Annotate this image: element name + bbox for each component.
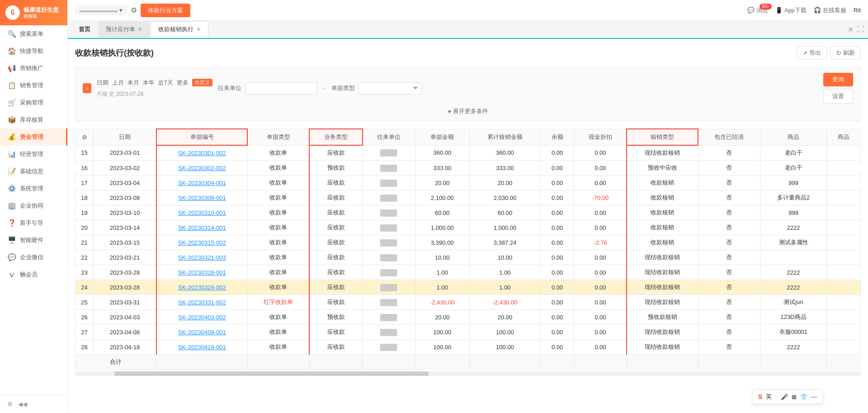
sidebar-item-vip[interactable]: V畅会员 xyxy=(0,266,67,283)
cell-order-no[interactable]: SK-20230328-002 xyxy=(156,280,247,295)
cell-order-no[interactable]: SK-20230314-001 xyxy=(156,220,247,235)
th-product2[interactable]: 商品 xyxy=(827,129,861,145)
table-row[interactable]: 162023-03-02SK-20230302-002收款单预收款████333… xyxy=(75,161,861,176)
ime-lang[interactable]: 英 xyxy=(766,393,772,401)
cell-order-no[interactable]: SK-20230418-001 xyxy=(156,340,247,355)
cell-order-no[interactable]: SK-20230408-001 xyxy=(156,325,247,340)
date-link-this-month[interactable]: 本月 xyxy=(127,79,139,87)
cell-order-no[interactable]: SK-20230403-002 xyxy=(156,310,247,325)
date-link-this-year[interactable]: 本年 xyxy=(143,79,155,87)
sidebar-item-sales[interactable]: 📋销售管理 xyxy=(0,77,67,94)
cell-order-no[interactable]: SK-20230302-002 xyxy=(156,161,247,176)
order-link[interactable]: SK-20230315-002 xyxy=(178,239,226,246)
ime-shirt[interactable]: 👕 xyxy=(800,394,807,400)
order-link[interactable]: SK-20230301-002 xyxy=(178,150,226,157)
export-button[interactable]: ↗ 导出 xyxy=(797,46,827,60)
tab-close-all-icon[interactable]: ✕ xyxy=(848,25,854,34)
th-counterparty[interactable]: 往来单位 xyxy=(363,129,415,145)
table-row[interactable]: 182023-03-08SK-20230308-001收款单应收款████2,1… xyxy=(75,190,861,205)
table-row[interactable]: 232023-03-28SK-20230328-001收款单应收款████1.0… xyxy=(75,265,861,280)
table-row[interactable]: 262023-04-03SK-20230403-002收款单预收款████20.… xyxy=(75,310,861,325)
th-gear[interactable]: ⚙ xyxy=(75,129,94,145)
table-row[interactable]: 242023-03-28SK-20230328-002收款单应收款████1.0… xyxy=(75,280,861,295)
order-link[interactable]: SK-20230408-001 xyxy=(178,329,226,336)
th-biz-type[interactable]: 业务类型 xyxy=(309,129,362,145)
refresh-button[interactable]: ↻ 刷新 xyxy=(830,46,861,60)
tab-payable-close[interactable]: ✕ xyxy=(138,26,142,33)
date-link-more[interactable]: 更多 xyxy=(177,79,189,87)
sidebar-item-search[interactable]: 🔍搜索菜单 xyxy=(0,25,67,43)
sidebar-item-quick-nav[interactable]: 🏠快捷导航 xyxy=(0,43,67,60)
message-badge[interactable]: 💬 消息 99+ xyxy=(747,6,768,14)
sidebar-item-hardware[interactable]: 🖥️智能硬件 xyxy=(0,232,67,249)
online-service[interactable]: 🎧 在线客服 xyxy=(814,6,846,14)
th-date[interactable]: 日期 xyxy=(94,129,156,145)
ime-mic[interactable]: 🎤 xyxy=(781,394,788,400)
app-download[interactable]: 📱 App下载 xyxy=(775,6,807,14)
th-include-settled[interactable]: 包含已结清 xyxy=(698,129,760,145)
order-link[interactable]: SK-20230308-001 xyxy=(178,195,226,201)
cell-order-no[interactable]: SK-20230331-002 xyxy=(156,295,247,310)
table-row[interactable]: 202023-03-14SK-20230314-001收款单应收款████1,0… xyxy=(75,220,861,235)
setting-button[interactable]: 设置 xyxy=(823,89,853,104)
cell-order-no[interactable]: SK-20230315-002 xyxy=(156,235,247,250)
order-link[interactable]: SK-20230328-002 xyxy=(178,284,226,291)
table-row[interactable]: 282023-04-18SK-20230418-001收款单应收款████100… xyxy=(75,340,861,355)
order-link[interactable]: SK-20230302-002 xyxy=(178,165,226,171)
cell-order-no[interactable]: SK-20230304-001 xyxy=(156,176,247,190)
hscroll-bar[interactable] xyxy=(75,371,861,376)
tab-expand-icon[interactable]: ⛶ xyxy=(857,25,864,34)
cell-order-no[interactable]: SK-20230321-003 xyxy=(156,250,247,265)
th-product[interactable]: 商品 xyxy=(760,129,827,145)
tab-payable[interactable]: 预计应付单 ✕ xyxy=(99,21,150,38)
user-info[interactable]: Rit xyxy=(854,7,861,14)
sidebar-item-wechat[interactable]: 💬企业微信 xyxy=(0,249,67,266)
cell-order-no[interactable]: SK-20230308-001 xyxy=(156,190,247,205)
sidebar-item-basic[interactable]: 📝基础信息 xyxy=(0,163,67,180)
more-btn[interactable]: ··· xyxy=(321,85,326,92)
th-cancel-type[interactable]: 核销类型 xyxy=(627,129,698,145)
order-type-select[interactable] xyxy=(359,82,422,95)
table-row[interactable]: 252023-03-31SK-20230331-002红字收款单应收款████-… xyxy=(75,295,861,310)
sidebar-item-corp[interactable]: 🏢企业协同 xyxy=(0,197,67,214)
sidebar-item-inventory[interactable]: 📦库存核算 xyxy=(0,111,67,128)
order-link[interactable]: SK-20230328-001 xyxy=(178,269,226,276)
tab-receipt-close[interactable]: ✕ xyxy=(196,26,201,33)
cell-order-no[interactable]: SK-20230310-001 xyxy=(156,205,247,220)
date-link-7days[interactable]: 近7天 xyxy=(158,79,173,87)
order-link[interactable]: SK-20230314-001 xyxy=(178,224,226,231)
th-cash-discount[interactable]: 现金折扣 xyxy=(574,129,627,145)
order-link[interactable]: SK-20230331-002 xyxy=(178,299,226,306)
th-order-type[interactable]: 单据类型 xyxy=(247,129,309,145)
th-balance[interactable]: 余额 xyxy=(540,129,574,145)
sidebar-item-marketing[interactable]: 📢营销推广 xyxy=(0,60,67,77)
sidebar-item-ops[interactable]: 📊经营管理 xyxy=(0,146,67,163)
filter-toggle[interactable]: » xyxy=(83,83,91,93)
counterparty-input[interactable] xyxy=(245,82,317,95)
sidebar-item-guide[interactable]: ❓新手引导 xyxy=(0,214,67,232)
tab-home[interactable]: 首页 xyxy=(71,21,98,38)
industry-btn[interactable]: 体验行业方案 xyxy=(141,4,190,17)
order-link[interactable]: SK-20230304-001 xyxy=(178,180,226,186)
order-link[interactable]: SK-20230321-003 xyxy=(178,254,226,261)
order-link[interactable]: SK-20230418-001 xyxy=(178,344,226,351)
settings-icon[interactable]: ⚙ xyxy=(7,401,13,408)
date-link-last-month[interactable]: 上月 xyxy=(112,79,124,87)
table-row[interactable]: 222023-03-21SK-20230321-003收款单应收款████10.… xyxy=(75,250,861,265)
table-row[interactable]: 172023-03-04SK-20230304-001收款单应收款████20.… xyxy=(75,176,861,190)
th-amount[interactable]: 单据金额 xyxy=(415,129,469,145)
th-order-no[interactable]: 单据编号 xyxy=(156,129,247,145)
table-row[interactable]: 212023-03-15SK-20230315-002收款单应收款████3,3… xyxy=(75,235,861,250)
ime-more[interactable]: ⋯ xyxy=(811,394,817,400)
tab-receipt[interactable]: 收款核销执行 ✕ xyxy=(151,21,208,38)
order-link[interactable]: SK-20230310-001 xyxy=(178,209,226,216)
brand-selector[interactable]: ▬▬▬▬▬▬▬ ▾ xyxy=(75,5,127,15)
table-row[interactable]: 192023-03-10SK-20230310-001收款单应收款████60.… xyxy=(75,205,861,220)
th-cumulative[interactable]: 累计核销金额 xyxy=(470,129,541,145)
order-link[interactable]: SK-20230403-002 xyxy=(178,314,226,321)
sidebar-item-purchase[interactable]: 🛒采购管理 xyxy=(0,94,67,111)
search-button[interactable]: 查询 xyxy=(823,73,853,86)
date-custom-badge[interactable]: 自定义 xyxy=(192,79,212,86)
table-row[interactable]: 152023-03-01SK-20230301-002收款单应收款████360… xyxy=(75,145,861,161)
ime-grid[interactable]: ⊞ xyxy=(792,394,797,400)
